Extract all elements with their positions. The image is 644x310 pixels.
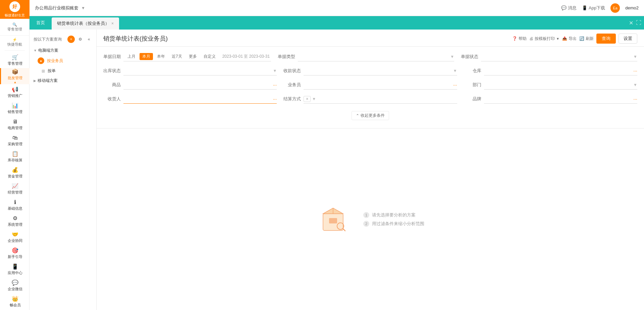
wholesale-label: 批发管理 — [8, 75, 22, 81]
payment-control[interactable]: × ▼ — [304, 94, 457, 104]
goods-control[interactable]: ··· — [123, 80, 277, 90]
goods-more-icon[interactable]: ··· — [273, 82, 277, 88]
tree-item-by-order[interactable]: ⊞ 按单 — [30, 66, 96, 76]
message-icon: 💬 — [561, 5, 567, 10]
system-label: 系统管理 — [8, 222, 22, 227]
out-status-control[interactable]: ▼ — [123, 66, 277, 75]
warehouse-more-icon[interactable]: ··· — [633, 68, 637, 73]
avatar-initials: Ea — [613, 6, 618, 10]
sidebar-item-retail[interactable]: 🛒 零售管理 — [0, 52, 30, 68]
sidebar-item-inventory[interactable]: 📋 库存核算 — [0, 149, 30, 165]
sidebar-item-basic-info[interactable]: ℹ 基础信息 — [0, 197, 30, 213]
tab-expand-btn[interactable]: ⛶ — [636, 20, 641, 26]
dropdown-icon[interactable]: ▼ — [81, 6, 85, 10]
app-logo[interactable]: 好 畅捷通好生意 — [0, 0, 30, 19]
goods-label: 商品 — [103, 82, 123, 88]
message-btn[interactable]: 💬 消息 — [561, 5, 577, 11]
topbar-left: 办公用品行业模拟账套 ▼ — [35, 5, 85, 11]
app-download-btn[interactable]: 📱 App下载 — [582, 5, 605, 11]
tree-item-by-salesman[interactable]: ● 按业务员 — [30, 55, 96, 66]
tree-label-pc: 电脑端方案 — [38, 48, 58, 53]
sidebar-item-purchase[interactable]: 🛍 采购管理 — [0, 133, 30, 149]
empty-steps: 1 请先选择要分析的方案 2 用过滤条件来缩小分析范围 — [363, 212, 424, 227]
sidebar-item-finance[interactable]: 💰 资金管理 — [0, 165, 30, 181]
nav-icon: ⚡ — [12, 38, 17, 42]
nav-label: 快捷导航 — [7, 42, 22, 47]
empty-state: 1 请先选择要分析的方案 2 用过滤条件来缩小分析范围 — [97, 128, 644, 310]
filter-out-status: 出库状态 ▼ — [103, 66, 277, 75]
filter-payment: 结算方式 × ▼ — [283, 94, 457, 104]
tabbar: 首页 销货单统计表（按业务员） × ✕ ⛶ — [30, 16, 644, 30]
doc-type-control[interactable]: ▼ — [298, 52, 454, 61]
empty-step-1: 1 请先选择要分析的方案 — [363, 212, 424, 218]
consignee-control[interactable]: ··· — [123, 94, 277, 104]
date-tab-custom[interactable]: 自定义 — [201, 53, 218, 60]
sidebar-item-ecom[interactable]: 🖥 电商管理 — [0, 116, 30, 133]
main-area: 办公用品行业模拟账套 ▼ 💬 消息 📱 App下载 Ea demo2 首页 销货… — [30, 0, 644, 310]
settings-scheme-btn[interactable]: ⚙ — [77, 36, 84, 43]
receipt-status-control[interactable]: ▼ — [304, 66, 457, 75]
filter-consignee: 收货人 ··· — [103, 94, 277, 104]
date-tab-current[interactable]: 本月 — [140, 53, 153, 60]
sidebar-item-member[interactable]: 👑 畅会员 — [0, 294, 30, 310]
basic-info-icon: ℹ — [14, 199, 16, 205]
date-tab-year[interactable]: 本年 — [154, 53, 168, 60]
marketing-label: 营销推广 — [8, 93, 22, 98]
dept-label: 部门 — [464, 82, 484, 88]
tab-active[interactable]: 销货单统计表（按业务员） × — [52, 17, 119, 30]
print-btn[interactable]: 🖨 按模板打印 ▼ — [529, 36, 559, 42]
salesman-control[interactable]: ··· — [304, 80, 457, 90]
collapse-label: 收起更多条件 — [361, 113, 385, 118]
username[interactable]: demo2 — [625, 5, 639, 10]
search-menu[interactable]: 🔍 零售管理 — [0, 19, 30, 36]
sidebar-item-wholesale[interactable]: 📦 批发管理 ▲ — [0, 68, 30, 84]
collapse-panel-btn[interactable]: « — [86, 36, 92, 43]
divider-1 — [5, 50, 25, 51]
search-label: 零售管理 — [7, 27, 22, 32]
salesman-more-icon[interactable]: ··· — [453, 82, 457, 88]
topbar-right: 💬 消息 📱 App下载 Ea demo2 — [561, 3, 639, 13]
tab-close-btn[interactable]: × — [111, 21, 114, 26]
sidebar-item-system[interactable]: ⚙ 系统管理 — [0, 213, 30, 229]
brand-control[interactable]: ··· — [484, 94, 637, 104]
export-icon: 📤 — [562, 36, 567, 41]
sidebar-item-newbie[interactable]: 🎯 新手引导 — [0, 245, 30, 261]
export-btn[interactable]: 📤 导出 — [562, 36, 577, 42]
quick-nav[interactable]: ⚡ 快捷导航 — [0, 36, 30, 49]
sidebar-item-sales[interactable]: 📊 销售管理 — [0, 100, 30, 116]
sidebar-item-operations[interactable]: 📈 经营管理 — [0, 181, 30, 197]
dept-control[interactable]: ▼ — [484, 80, 637, 90]
step-1-num: 1 — [363, 212, 369, 218]
settings-btn[interactable]: 设置 — [619, 34, 637, 44]
collapse-btn[interactable]: ⌃ 收起更多条件 — [352, 111, 389, 120]
sidebar-item-appstore[interactable]: 📱 应用中心 — [0, 261, 30, 277]
doc-status-control[interactable]: ▼ — [481, 52, 637, 61]
help-btn[interactable]: ❓ 帮助 — [512, 36, 527, 42]
tree-item-mobile[interactable]: ▶ 移动端方案 — [30, 76, 96, 86]
consignee-more-icon[interactable]: ··· — [273, 96, 277, 102]
out-status-dropdown-icon: ▼ — [273, 68, 277, 73]
brand-more-icon[interactable]: ··· — [633, 96, 637, 102]
query-btn[interactable]: 查询 — [596, 34, 616, 44]
sidebar-item-corp-collab[interactable]: 🤝 企业协同 — [0, 229, 30, 245]
tab-close-all-btn[interactable]: ✕ — [629, 20, 633, 26]
tree-item-pc[interactable]: ▼ 电脑端方案 — [30, 46, 96, 55]
tag-close[interactable]: × — [306, 97, 308, 101]
page-action-row: ❓ 帮助 🖨 按模板打印 ▼ 📤 导出 🔄 刷新 — [512, 34, 637, 44]
operations-icon: 📈 — [12, 183, 18, 189]
tab-home[interactable]: 首页 — [30, 16, 52, 30]
add-scheme-btn[interactable]: + — [67, 36, 75, 43]
refresh-btn[interactable]: 🔄 刷新 — [579, 36, 594, 42]
date-tab-7days[interactable]: 近7天 — [169, 53, 185, 60]
user-avatar[interactable]: Ea — [610, 3, 620, 13]
sidebar-item-wechat[interactable]: 💬 企业微信 — [0, 277, 30, 294]
download-icon: 📱 — [582, 5, 587, 10]
warehouse-control[interactable]: ··· — [484, 66, 637, 75]
date-tab-more[interactable]: 更多 — [186, 53, 200, 60]
svg-rect-2 — [329, 218, 337, 223]
sidebar-item-marketing[interactable]: 📢 营销推广 — [0, 84, 30, 100]
date-tab-prev[interactable]: 上月 — [125, 53, 138, 60]
filter-salesman: 业务员 ··· — [283, 80, 457, 90]
corp-collab-icon: 🤝 — [12, 231, 18, 238]
filter-brand: 品牌 ··· — [464, 94, 637, 104]
